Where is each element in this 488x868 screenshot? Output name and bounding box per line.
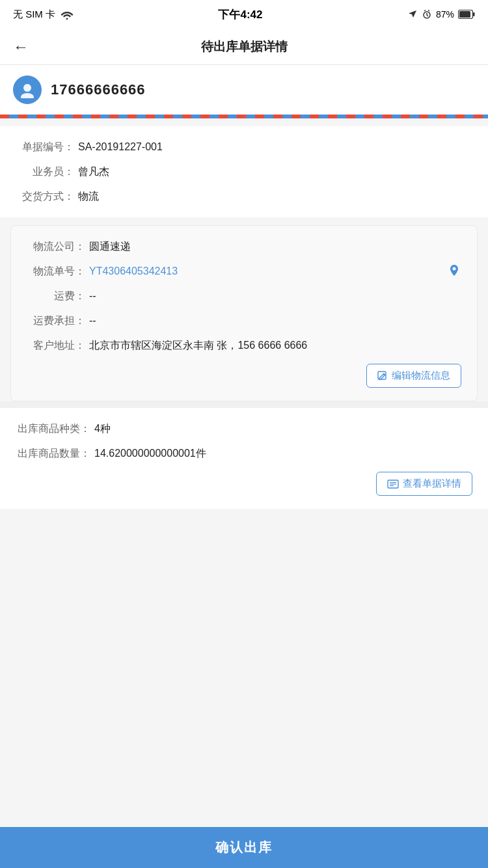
page-title: 待出库单据详情 <box>36 38 452 55</box>
logistics-company-row: 物流公司： 圆通速递 <box>27 239 461 254</box>
outbound-detail-section: 出库商品种类： 4种 出库商品数量： 14.620000000000001件 查… <box>0 408 488 509</box>
back-button[interactable]: ← <box>13 33 36 61</box>
user-phone: 17666666666 <box>51 81 146 98</box>
product-quantity-label: 出库商品数量： <box>16 446 90 461</box>
content-spacer <box>0 509 488 652</box>
delivery-method-row: 交货方式： 物流 <box>16 189 472 204</box>
product-quantity-value: 14.620000000000001件 <box>94 446 472 461</box>
salesman-value: 曾凡杰 <box>78 164 472 180</box>
svg-point-10 <box>21 93 34 98</box>
tracking-number-value: YT43064053424​13 <box>89 264 441 279</box>
svg-point-0 <box>66 18 68 20</box>
svg-point-9 <box>23 84 31 92</box>
wifi-icon <box>61 9 74 20</box>
view-document-label: 查看单据详情 <box>403 478 461 490</box>
edit-logistics-button[interactable]: 编辑物流信息 <box>366 364 461 388</box>
freight-bearer-label: 运费承担： <box>27 313 85 329</box>
battery-percentage: 87% <box>436 9 454 20</box>
svg-line-5 <box>428 10 429 12</box>
svg-rect-7 <box>459 11 470 18</box>
freight-bearer-value: -- <box>89 313 461 329</box>
delivery-label: 交货方式： <box>16 189 74 204</box>
alarm-icon <box>422 9 432 20</box>
delivery-value: 物流 <box>78 189 472 204</box>
product-quantity-row: 出库商品数量： 14.620000000000001件 <box>16 446 472 461</box>
confirm-outbound-button[interactable]: 确认出库 <box>0 827 488 868</box>
user-header: 17666666666 <box>0 65 488 115</box>
customer-address-row: 客户地址： 北京市市辖区海淀区永丰南 张，156 6666 6666 <box>27 338 461 353</box>
svg-point-11 <box>453 267 456 271</box>
logistics-company-value: 圆通速递 <box>89 239 461 254</box>
status-right: 87% <box>407 9 475 20</box>
document-number-row: 单据编号： SA-20191227-001 <box>16 139 472 155</box>
freight-bearer-row: 运费承担： -- <box>27 313 461 329</box>
freight-label: 运费： <box>27 288 85 304</box>
sim-status: 无 SIM 卡 <box>13 8 55 21</box>
confirm-outbound-label: 确认出库 <box>215 840 273 854</box>
edit-btn-row: 编辑物流信息 <box>27 364 461 388</box>
freight-row: 运费： -- <box>27 288 461 304</box>
customer-address-value: 北京市市辖区海淀区永丰南 张，156 6666 6666 <box>89 338 461 353</box>
edit-icon <box>377 371 388 381</box>
document-number-value: SA-20191227-001 <box>78 139 472 155</box>
status-left: 无 SIM 卡 <box>13 8 74 21</box>
view-document-detail-button[interactable]: 查看单据详情 <box>376 472 472 496</box>
status-time: 下午4:42 <box>218 7 262 22</box>
location-pin-icon[interactable] <box>447 264 461 278</box>
avatar-icon <box>19 81 36 98</box>
document-number-label: 单据编号： <box>16 139 74 155</box>
status-bar: 无 SIM 卡 下午4:42 87% <box>0 0 488 29</box>
customer-address-label: 客户地址： <box>27 338 85 353</box>
location-arrow-icon <box>407 9 418 20</box>
svg-line-4 <box>424 10 426 12</box>
user-avatar <box>13 75 42 104</box>
document-icon <box>387 480 399 489</box>
product-type-value: 4种 <box>94 421 472 437</box>
section-divider <box>0 401 488 408</box>
product-type-label: 出库商品种类： <box>16 421 90 437</box>
decorative-divider <box>0 115 488 118</box>
logistics-company-label: 物流公司： <box>27 239 85 254</box>
basic-info-section: 单据编号： SA-20191227-001 业务员： 曾凡杰 交货方式： 物流 <box>0 126 488 217</box>
freight-value: -- <box>89 288 461 304</box>
view-btn-row: 查看单据详情 <box>16 472 472 496</box>
tracking-number-row: 物流单号： YT43064053424​13 <box>27 264 461 279</box>
salesman-row: 业务员： 曾凡杰 <box>16 164 472 180</box>
edit-logistics-label: 编辑物流信息 <box>392 370 450 382</box>
svg-line-3 <box>427 15 428 16</box>
nav-bar: ← 待出库单据详情 <box>0 29 488 65</box>
battery-icon <box>458 10 475 19</box>
svg-rect-8 <box>473 12 475 16</box>
tracking-number-label: 物流单号： <box>27 264 85 279</box>
salesman-label: 业务员： <box>16 164 74 180</box>
product-type-row: 出库商品种类： 4种 <box>16 421 472 437</box>
logistics-section: 物流公司： 圆通速递 物流单号： YT43064053424​13 运费： --… <box>10 225 478 401</box>
